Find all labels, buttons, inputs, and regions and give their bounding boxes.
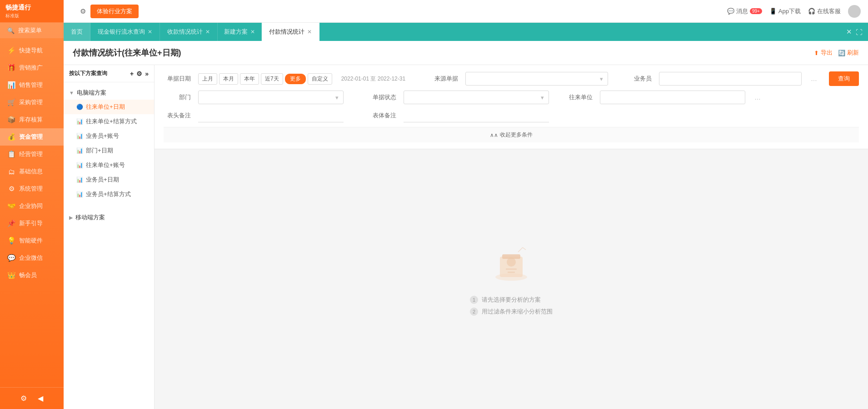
wechat-icon: 💬 (7, 254, 15, 262)
tab-expand-btn[interactable]: ⛶ (856, 28, 863, 36)
export-btn[interactable]: ⬆ 导出 (814, 49, 833, 57)
sidebar-item-base[interactable]: 🗂 基础信息 (0, 163, 64, 180)
refresh-label: 刷新 (847, 49, 859, 57)
receipt-label: 收款情况统计 (167, 28, 203, 36)
service-btn[interactable]: 🎧 在线客服 (808, 7, 841, 15)
scheme-item-icon-4: 📊 (76, 162, 83, 168)
scheme-item-1[interactable]: 📊 往来单位+结算方式 (64, 114, 154, 129)
scheme-panel-label: 按以下方案查询 (69, 70, 107, 77)
page-title: 付款情况统计(往来单位+日期) (73, 47, 181, 58)
hint1-num: 1 (470, 296, 478, 304)
scheme-settings-btn[interactable]: ⚙ (136, 70, 142, 77)
collapse-up-icon: ∧∧ (490, 132, 498, 138)
pc-group-title[interactable]: ▼ 电脑端方案 (64, 86, 154, 100)
dept-label: 部门 (164, 93, 191, 101)
scheme-item-4[interactable]: 📊 往来单位+账号 (64, 158, 154, 172)
sidebar-item-label: 企业微信 (19, 254, 43, 262)
staff-select[interactable] (659, 72, 802, 86)
topbar-gear-btn[interactable]: ⚙ (80, 7, 86, 15)
sidebar-item-label: 畅会员 (19, 271, 37, 279)
message-icon: 💬 (727, 8, 734, 15)
tab-close-all-btn[interactable]: ✕ (846, 28, 852, 36)
sidebar-item-coop[interactable]: 🤝 企业协同 (0, 197, 64, 215)
source-select[interactable]: ▾ (465, 72, 608, 86)
empty-text: 1 请先选择要分析的方案 2 用过滤条件来缩小分析范围 (470, 296, 553, 316)
sidebar-item-guide[interactable]: 📌 新手引导 (0, 215, 64, 232)
sidebar-item-member[interactable]: 👑 畅会员 (0, 267, 64, 284)
date-custom-btn[interactable]: 自定义 (308, 73, 332, 85)
bank-label: 现金银行流水查询 (98, 28, 145, 36)
add-scheme-btn[interactable]: + (130, 70, 134, 77)
hint2-text: 用过滤条件来缩小分析范围 (482, 308, 553, 316)
mobile-group-title[interactable]: ▶ 移动端方案 (64, 211, 154, 224)
tab-close-receipt[interactable]: ✕ (205, 29, 210, 35)
scheme-item-icon-0: 🔵 (76, 104, 83, 110)
tab-bank[interactable]: 现金银行流水查询 ✕ (90, 23, 160, 41)
right-content: 单据日期 上月 本月 本年 近7天 更多 自定义 2022-01-01 至 20… (155, 65, 868, 409)
dept-select[interactable]: ▾ (198, 91, 344, 104)
collapse-sidebar-btn[interactable]: ◀ (34, 392, 47, 404)
body-note-input[interactable] (404, 109, 549, 122)
industry-plan-btn[interactable]: 体验行业方案 (90, 5, 139, 18)
marketing-icon: 🎁 (7, 64, 15, 72)
trade-unit-select[interactable] (600, 91, 745, 104)
refresh-btn[interactable]: 🔄 刷新 (838, 49, 859, 57)
scheme-item-6[interactable]: 📊 业务员+结算方式 (64, 187, 154, 202)
sidebar-item-quick-nav[interactable]: ⚡ 快捷导航 (0, 42, 64, 59)
tab-close-bank[interactable]: ✕ (148, 29, 152, 35)
head-note-input[interactable] (198, 109, 344, 122)
settings-icon[interactable]: ⚙ (17, 392, 30, 404)
date-this-year-btn[interactable]: 本年 (240, 73, 259, 85)
doc-status-label: 单据状态 (369, 93, 396, 101)
sidebar-item-system[interactable]: ⚙ 系统管理 (0, 180, 64, 197)
sidebar-item-stock[interactable]: 📦 库存核算 (0, 111, 64, 128)
tab-payment[interactable]: 付款情况统计 ✕ (262, 23, 319, 41)
tab-home[interactable]: 首页 (64, 23, 90, 41)
quick-nav-icon: ⚡ (7, 46, 15, 55)
date-7days-btn[interactable]: 近7天 (261, 73, 283, 85)
export-icon: ⬆ (814, 50, 819, 56)
scheme-item-label-6: 业务员+结算方式 (86, 190, 131, 198)
sidebar-item-sales[interactable]: 📊 销售管理 (0, 76, 64, 94)
staff-dots[interactable]: … (811, 75, 817, 82)
tab-new[interactable]: 新建方案 ✕ (218, 23, 262, 41)
app-download-btn[interactable]: 📱 App下载 (769, 7, 801, 15)
scheme-item-label-5: 业务员+日期 (86, 176, 119, 184)
sidebar-item-label: 基础信息 (19, 167, 43, 176)
scheme-item-label-0: 往来单位+日期 (86, 103, 125, 111)
fund-icon: 💰 (7, 133, 15, 141)
content: 按以下方案查询 + ⚙ » ▼ 电脑端方案 🔵 往来单位+日期 📊 (64, 65, 868, 409)
scheme-item-0[interactable]: 🔵 往来单位+日期 (64, 100, 154, 114)
query-btn[interactable]: 查询 (829, 71, 859, 86)
pc-group-arrow: ▼ (69, 90, 74, 96)
sidebar-item-purchase[interactable]: 🛒 采购管理 (0, 94, 64, 111)
trade-unit-dots[interactable]: … (754, 94, 761, 101)
sidebar-item-fund[interactable]: 💰 资金管理 (0, 128, 64, 146)
scheme-collapse-btn[interactable]: » (145, 70, 149, 77)
sidebar-item-marketing[interactable]: 🎁 营销推广 (0, 59, 64, 76)
search-menu[interactable]: 🔍 搜索菜单 (0, 23, 64, 38)
scheme-item-icon-6: 📊 (76, 191, 83, 197)
collapse-filter-btn[interactable]: ∧∧ 收起更多条件 (164, 127, 859, 142)
doc-status-select[interactable]: ▾ (404, 91, 549, 104)
tab-receipt[interactable]: 收款情况统计 ✕ (160, 23, 218, 41)
member-icon: 👑 (7, 271, 15, 279)
tab-close-new[interactable]: ✕ (250, 29, 255, 35)
date-this-month-btn[interactable]: 本月 (219, 73, 238, 85)
sidebar-item-operation[interactable]: 📋 经营管理 (0, 146, 64, 163)
scheme-item-5[interactable]: 📊 业务员+日期 (64, 172, 154, 187)
trade-unit-label: 往来单位 (565, 93, 593, 101)
user-avatar[interactable] (848, 5, 861, 18)
stock-icon: 📦 (7, 116, 15, 124)
message-btn[interactable]: 💬 消息 99+ (727, 7, 762, 15)
sidebar-item-wechat[interactable]: 💬 企业微信 (0, 249, 64, 267)
date-more-btn[interactable]: 更多 (285, 74, 306, 84)
date-last-month-btn[interactable]: 上月 (198, 73, 217, 85)
coop-icon: 🤝 (7, 202, 15, 210)
scheme-item-3[interactable]: 📊 部门+日期 (64, 143, 154, 158)
tab-close-payment[interactable]: ✕ (307, 29, 312, 35)
sidebar-item-smart[interactable]: 💡 智能硬件 (0, 232, 64, 249)
scheme-item-2[interactable]: 📊 业务员+账号 (64, 129, 154, 143)
filter-row-1: 单据日期 上月 本月 本年 近7天 更多 自定义 2022-01-01 至 20… (164, 71, 859, 86)
page-header-actions: ⬆ 导出 🔄 刷新 (814, 49, 859, 57)
